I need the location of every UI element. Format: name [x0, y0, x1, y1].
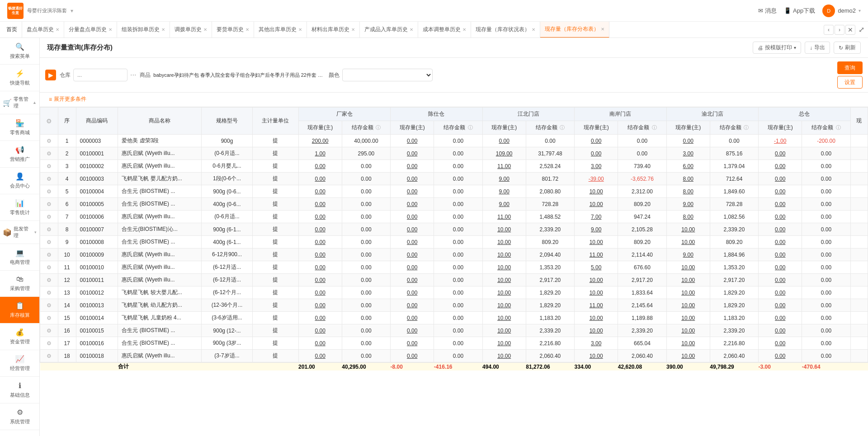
- row-gear[interactable]: ⚙: [40, 312, 58, 324]
- row-na-stock[interactable]: 9.00: [575, 223, 618, 236]
- row-yb-stock[interactable]: 9.00: [666, 198, 710, 211]
- refresh-btn[interactable]: ↻ 刷新: [834, 42, 861, 54]
- row-f-stock[interactable]: 0.00: [298, 198, 342, 211]
- row-f-stock[interactable]: 0.00: [298, 160, 342, 173]
- setting-btn[interactable]: 设置: [837, 76, 863, 89]
- row-jb-stock[interactable]: 9.00: [482, 173, 526, 185]
- row-na-stock[interactable]: 11.00: [575, 248, 618, 261]
- row-t-stock[interactable]: 0.00: [759, 312, 802, 324]
- close-tab-other-out[interactable]: ✕: [298, 27, 302, 32]
- row-f-stock[interactable]: 200.00: [298, 135, 342, 147]
- row-t-stock[interactable]: 0.00: [759, 248, 802, 261]
- tab-home[interactable]: 首页: [2, 22, 22, 38]
- row-gear[interactable]: ⚙: [40, 185, 58, 198]
- row-t-stock[interactable]: 0.00: [759, 274, 802, 286]
- tab-split-check[interactable]: 分量盘点单历史 ✕: [64, 22, 117, 38]
- sidebar-item-collab[interactable]: 🤝 企业协同: [0, 430, 39, 436]
- row-gear[interactable]: ⚙: [40, 350, 58, 363]
- row-jb-stock[interactable]: 10.00: [482, 350, 526, 363]
- row-f-stock[interactable]: 0.00: [298, 312, 342, 324]
- row-jb-stock[interactable]: 10.00: [482, 248, 526, 261]
- row-jb-stock[interactable]: 109.00: [482, 147, 526, 160]
- tab-stock-status[interactable]: 现存量（库存状况表） ✕: [471, 22, 540, 38]
- row-f-stock[interactable]: 0.00: [298, 337, 342, 350]
- row-yb-stock[interactable]: 0.00: [666, 135, 710, 147]
- row-f-stock[interactable]: 0.00: [298, 223, 342, 236]
- app-download-btn[interactable]: 📱 App下载: [784, 7, 815, 15]
- row-yb-stock[interactable]: 10.00: [666, 236, 710, 248]
- row-f-stock[interactable]: 0.00: [298, 248, 342, 261]
- warehouse-dots[interactable]: ···: [130, 71, 136, 79]
- row-f-stock[interactable]: 0.00: [298, 261, 342, 274]
- row-c-stock[interactable]: 0.00: [391, 274, 434, 286]
- row-c-stock[interactable]: 0.00: [391, 211, 434, 223]
- filter-toggle-btn[interactable]: ▶: [45, 70, 56, 80]
- close-tab-cost-adj[interactable]: ✕: [462, 27, 466, 32]
- row-na-stock[interactable]: -39.00: [575, 173, 618, 185]
- tab-other-out[interactable]: 其他出库单历史 ✕: [254, 22, 307, 38]
- row-gear[interactable]: ⚙: [40, 236, 58, 248]
- row-yb-stock[interactable]: 6.00: [666, 160, 710, 173]
- message-btn[interactable]: ✉ 消息: [758, 7, 777, 15]
- row-yb-stock[interactable]: 10.00: [666, 299, 710, 312]
- row-t-stock[interactable]: 0.00: [759, 147, 802, 160]
- sidebar-item-member[interactable]: 👤 会员中心: [0, 168, 39, 194]
- row-c-stock[interactable]: 0.00: [391, 223, 434, 236]
- row-gear[interactable]: ⚙: [40, 299, 58, 312]
- close-tab-inventory-check[interactable]: ✕: [56, 27, 59, 32]
- row-na-stock[interactable]: 3.00: [575, 337, 618, 350]
- sidebar-item-finance[interactable]: 💰 资金管理: [0, 323, 39, 350]
- sidebar-item-purchase[interactable]: 🛍 采购管理: [0, 271, 39, 297]
- row-jb-stock[interactable]: 9.00: [482, 198, 526, 211]
- row-c-stock[interactable]: 0.00: [391, 135, 434, 147]
- row-jb-stock[interactable]: 10.00: [482, 337, 526, 350]
- print-btn[interactable]: 🖨 按模版打印 ▾: [753, 42, 801, 54]
- sidebar-item-system[interactable]: ⚙ 系统管理: [0, 403, 39, 430]
- row-t-stock[interactable]: 0.00: [759, 324, 802, 337]
- row-t-stock[interactable]: 0.00: [759, 261, 802, 274]
- row-gear[interactable]: ⚙: [40, 337, 58, 350]
- row-c-stock[interactable]: 0.00: [391, 248, 434, 261]
- tab-order[interactable]: 要货单历史 ✕: [212, 22, 254, 38]
- row-t-stock[interactable]: 0.00: [759, 198, 802, 211]
- row-jb-stock[interactable]: 10.00: [482, 261, 526, 274]
- row-jb-stock[interactable]: 10.00: [482, 286, 526, 299]
- row-gear[interactable]: ⚙: [40, 286, 58, 299]
- row-t-stock[interactable]: 0.00: [759, 185, 802, 198]
- row-na-stock[interactable]: 10.00: [575, 286, 618, 299]
- row-gear[interactable]: ⚙: [40, 160, 58, 173]
- row-t-stock[interactable]: 0.00: [759, 160, 802, 173]
- tab-cost-adj[interactable]: 成本调整单历史 ✕: [418, 22, 471, 38]
- row-yb-stock[interactable]: 8.00: [666, 185, 710, 198]
- row-c-stock[interactable]: 0.00: [391, 173, 434, 185]
- row-gear[interactable]: ⚙: [40, 135, 58, 147]
- row-gear[interactable]: ⚙: [40, 223, 58, 236]
- table-container[interactable]: ⚙ 序 商品编码 商品名称 规格型号 主计量单位 厂家仓 陈仕仓 江北门店 南岸…: [40, 107, 868, 436]
- row-na-stock[interactable]: 10.00: [575, 312, 618, 324]
- row-yb-stock[interactable]: 9.00: [666, 248, 710, 261]
- row-c-stock[interactable]: 0.00: [391, 324, 434, 337]
- row-na-stock[interactable]: 10.00: [575, 236, 618, 248]
- nav-close-all-btn[interactable]: ✕: [845, 25, 855, 35]
- row-t-stock[interactable]: 0.00: [759, 211, 802, 223]
- sidebar-item-ecommerce[interactable]: 💻 电商管理: [0, 244, 39, 271]
- tab-assembly[interactable]: 组装拆卸单历史 ✕: [117, 22, 170, 38]
- row-t-stock[interactable]: 0.00: [759, 299, 802, 312]
- tab-transfer[interactable]: 调拨单历史 ✕: [170, 22, 212, 38]
- row-t-stock[interactable]: 0.00: [759, 236, 802, 248]
- row-na-stock[interactable]: 10.00: [575, 324, 618, 337]
- close-tab-product-in[interactable]: ✕: [410, 27, 413, 32]
- tab-material-out[interactable]: 材料出库单历史 ✕: [307, 22, 360, 38]
- row-f-stock[interactable]: 0.00: [298, 173, 342, 185]
- row-c-stock[interactable]: 0.00: [391, 312, 434, 324]
- sidebar-item-mall[interactable]: 🏪 零售商城: [0, 114, 39, 141]
- warehouse-input[interactable]: [73, 69, 127, 81]
- close-tab-split-check[interactable]: ✕: [108, 27, 112, 32]
- row-jb-stock[interactable]: 9.00: [482, 185, 526, 198]
- export-btn[interactable]: ↓ 导出: [805, 42, 830, 54]
- row-f-stock[interactable]: 0.00: [298, 274, 342, 286]
- row-f-stock[interactable]: 0.00: [298, 299, 342, 312]
- row-f-stock[interactable]: 1.00: [298, 147, 342, 160]
- row-na-stock[interactable]: 10.00: [575, 198, 618, 211]
- row-jb-stock[interactable]: 11.00: [482, 160, 526, 173]
